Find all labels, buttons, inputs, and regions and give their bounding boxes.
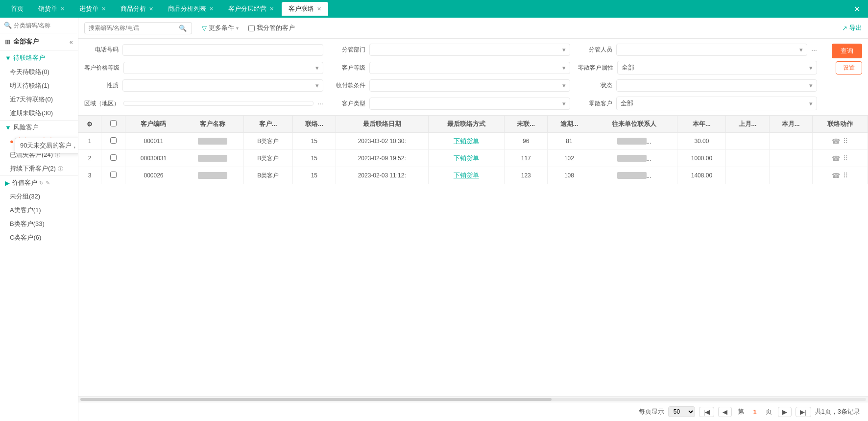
contact-icon[interactable]: ☎: [832, 137, 840, 145]
close-icon[interactable]: ✕: [149, 6, 153, 12]
data-table: ⚙ 客户编码 客户名称 客户... 联络... 最后联络日期 最后联络方式 未联…: [78, 116, 868, 184]
sidebar-item-overdue[interactable]: 逾期未联络(30): [0, 106, 78, 120]
tab-customer-contact[interactable]: 客户联络 ✕: [282, 2, 328, 16]
sidebar-item-unclassified[interactable]: 未分组(32): [0, 190, 78, 203]
sidebar-item-today[interactable]: 今天待联络(0): [0, 65, 78, 79]
contact-icon[interactable]: ☎: [832, 154, 840, 162]
row-this-month: [769, 150, 812, 167]
first-page-btn[interactable]: |◀: [699, 407, 714, 417]
more-icon[interactable]: ···: [317, 99, 323, 107]
select-all-checkbox[interactable]: [110, 120, 117, 126]
row-this-year: 1000.00: [677, 150, 726, 167]
more-action-icon[interactable]: ⠿: [843, 172, 848, 179]
tab-purchase[interactable]: 进货单 ✕: [72, 2, 113, 16]
refresh-icon[interactable]: ↻: [39, 180, 44, 186]
close-all-icon[interactable]: ✕: [850, 4, 864, 14]
tab-sales[interactable]: 销货单 ✕: [31, 2, 72, 16]
edit-icon[interactable]: ✎: [46, 180, 50, 186]
sidebar-item-7days[interactable]: 近7天待联络(0): [0, 93, 78, 106]
sidebar-group-value[interactable]: ▶ 价值客户 ↻ ✎: [0, 175, 78, 190]
close-icon[interactable]: ✕: [60, 6, 65, 12]
table-container: ⚙ 客户编码 客户名称 客户... 联络... 最后联络日期 最后联络方式 未联…: [78, 116, 868, 396]
filter-panel: 电话号码 分管部门 ▾ 分管人员 ▾ ···: [78, 39, 868, 116]
sidebar-group-churn[interactable]: ▼ 风险客户: [0, 120, 78, 134]
sidebar-all-customers[interactable]: ⊞ 全部客户 «: [0, 33, 78, 50]
close-icon[interactable]: ✕: [101, 6, 106, 12]
pagination-bar: 每页显示 50 100 |◀ ◀ 第 1 页 ▶ ▶| 共1页，3条记录: [78, 402, 868, 421]
dept-select[interactable]: ▾: [369, 44, 570, 56]
filter-status: 状态 ▾: [578, 79, 817, 92]
last-page-btn[interactable]: ▶|: [796, 407, 811, 417]
page-label2: 页: [764, 407, 774, 416]
filter-price-tier: 客户价格等级 ▾: [84, 61, 323, 74]
contact-icon[interactable]: ☎: [832, 172, 840, 179]
chevron-down-icon: ▾: [809, 82, 813, 89]
nature-select[interactable]: ▾: [122, 79, 323, 92]
more-conditions-btn[interactable]: ▽ 更多条件 ▾: [198, 22, 242, 34]
phone-input[interactable]: [122, 44, 323, 56]
tab-customer-tier[interactable]: 客户分层经营 ✕: [221, 2, 281, 16]
sidebar-search-input[interactable]: [14, 22, 78, 29]
next-page-btn[interactable]: ▶: [778, 407, 792, 417]
col-last-method: 最后联络方式: [428, 116, 505, 133]
action-panel: 查询 设置: [823, 44, 862, 110]
row-checkbox[interactable]: [101, 150, 125, 167]
manager-select[interactable]: ▾: [616, 44, 807, 56]
sidebar-item-tomorrow[interactable]: 明天待联络(1): [0, 79, 78, 93]
status-select[interactable]: ▾: [616, 79, 817, 92]
tab-analysis[interactable]: 商品分析 ✕: [114, 2, 160, 16]
sidebar-item-class-a[interactable]: A类客户(1): [0, 203, 78, 217]
sparse-attr-select[interactable]: 全部 ▾: [617, 61, 817, 74]
row-contact-person: ...: [591, 133, 677, 150]
scrollbar-thumb[interactable]: [80, 398, 552, 401]
col-settings[interactable]: ⚙: [78, 116, 101, 133]
chevron-down-icon: ▾: [315, 82, 319, 89]
more-action-icon[interactable]: ⠿: [843, 137, 848, 145]
close-icon[interactable]: ✕: [317, 6, 321, 12]
sidebar-group-pending[interactable]: ▼ 待联络客户: [0, 50, 78, 65]
tab-home[interactable]: 首页: [4, 2, 30, 16]
row-last-method[interactable]: 下销货单: [428, 133, 505, 150]
tab-analysis-list[interactable]: 商品分析列表 ✕: [161, 2, 220, 16]
per-page-select[interactable]: 50 100: [668, 406, 695, 417]
close-icon[interactable]: ✕: [269, 6, 274, 12]
customer-tier-select[interactable]: ▾: [369, 62, 570, 74]
sparse-customer-select[interactable]: 全部 ▾: [616, 97, 817, 110]
search-input[interactable]: [89, 25, 177, 31]
export-btn[interactable]: ↗ 导出: [842, 24, 862, 32]
row-checkbox[interactable]: [101, 133, 125, 150]
more-action-icon[interactable]: ⠿: [843, 154, 848, 162]
row-last-method[interactable]: 下销货单: [428, 167, 505, 184]
row-uncontact: 123: [505, 167, 548, 184]
close-icon[interactable]: ✕: [209, 6, 214, 12]
settings-button[interactable]: 设置: [836, 61, 862, 74]
settings-icon[interactable]: ⚙: [87, 121, 93, 128]
filter-dept: 分管部门 ▾: [331, 44, 570, 56]
sidebar-item-churn-decline[interactable]: 持续下滑客户(2) ⓘ: [0, 162, 78, 175]
search-icon[interactable]: 🔍: [179, 25, 187, 32]
filter-icon: ▽: [202, 25, 207, 32]
customer-type-select[interactable]: ▾: [369, 98, 570, 110]
my-customers-checkbox[interactable]: [248, 25, 255, 31]
region-select[interactable]: [123, 101, 313, 106]
sparse-attr-label: 零散客户属性: [578, 64, 613, 72]
prev-page-btn[interactable]: ◀: [718, 407, 732, 417]
collapse-icon[interactable]: «: [70, 38, 73, 46]
more-icon[interactable]: ···: [811, 46, 817, 54]
chevron-down-icon: ▾: [809, 64, 813, 72]
price-tier-select[interactable]: ▾: [123, 62, 323, 74]
status-label: 状态: [578, 81, 612, 90]
horizontal-scrollbar[interactable]: [78, 396, 868, 402]
col-contact-person: 往来单位联系人: [591, 116, 677, 133]
query-button[interactable]: 查询: [832, 44, 862, 58]
row-contact-person: ...: [591, 167, 677, 184]
payment-select[interactable]: ▾: [369, 79, 570, 92]
sidebar-item-class-b[interactable]: B类客户(33): [0, 217, 78, 231]
my-customers-wrap: 我分管的客户: [248, 24, 295, 32]
col-this-year: 本年...: [677, 116, 726, 133]
row-checkbox[interactable]: [101, 167, 125, 184]
sidebar-item-class-c[interactable]: C类客户(6): [0, 231, 78, 245]
row-actions: ☎ ⠿: [812, 150, 868, 167]
row-this-year: 30.00: [677, 133, 726, 150]
row-last-method[interactable]: 下销货单: [428, 150, 505, 167]
